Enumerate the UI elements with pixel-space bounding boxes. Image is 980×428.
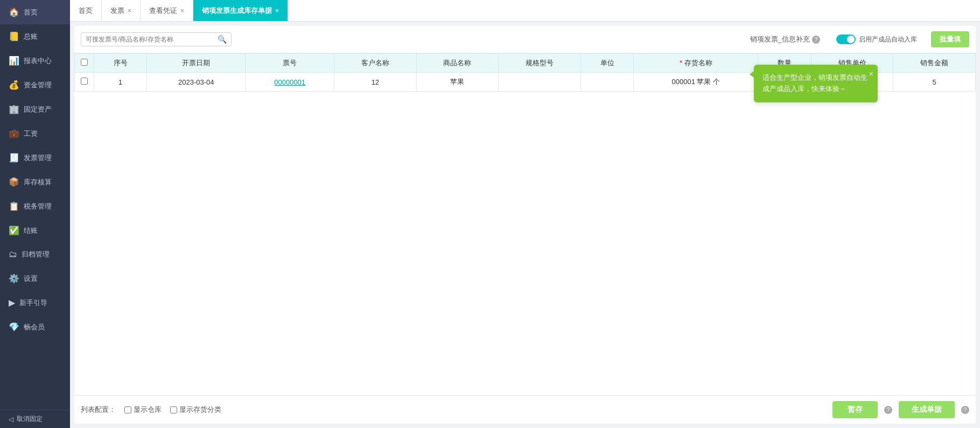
tab-home[interactable]: 首页: [70, 0, 102, 21]
tab-invoice-label: 发票: [110, 6, 124, 16]
tab-create-stock-label: 销项发票生成库存单据: [202, 6, 272, 16]
sidebar-label-home: 首页: [24, 8, 38, 17]
tooltip-text: 适合生产型企业，销项发票自动生成产成品入库，快来体验～: [762, 73, 867, 93]
select-all-checkbox[interactable]: [81, 59, 88, 66]
header-seq: 序号: [94, 54, 147, 73]
settlement-icon: ✅: [9, 225, 19, 236]
info-label-area: 销项发票_信息补充 ?: [750, 34, 820, 44]
info-label-text: 销项发票_信息补充: [750, 34, 810, 44]
tab-voucher-label: 查看凭证: [149, 6, 177, 16]
sidebar-item-fund-mgmt[interactable]: 💰 资金管理: [0, 73, 70, 97]
info-help-icon[interactable]: ?: [812, 36, 820, 44]
header-date: 开票日期: [147, 54, 246, 73]
show-warehouse-option[interactable]: 显示仓库: [124, 405, 162, 415]
tab-voucher-close[interactable]: ×: [180, 7, 184, 15]
row-unit: [580, 73, 633, 92]
sidebar: 🏠 首页 📒 总账 📊 报表中心 💰 资金管理 🏢 固定资产 💼 工资 🧾 发票…: [0, 0, 70, 428]
sidebar-label-ledger: 总账: [24, 32, 38, 42]
payroll-icon: 💼: [9, 128, 19, 139]
row-checkbox[interactable]: [81, 78, 88, 85]
sidebar-label-archive: 归档管理: [22, 250, 50, 259]
toggle-label: 启用产成品自动入库: [859, 35, 917, 44]
sidebar-item-general-ledger[interactable]: 📒 总账: [0, 24, 70, 49]
sidebar-item-home[interactable]: 🏠 首页: [0, 0, 70, 24]
sidebar-item-invoice-mgmt[interactable]: 🧾 发票管理: [0, 146, 70, 170]
save-button[interactable]: 暂存: [832, 401, 878, 418]
tab-invoice[interactable]: 发票 ×: [102, 0, 141, 21]
sidebar-label-settings: 设置: [24, 274, 38, 284]
unpin-label: 取消固定: [17, 415, 43, 424]
sidebar-item-fixed-assets[interactable]: 🏢 固定资产: [0, 97, 70, 121]
row-seq: 1: [94, 73, 147, 92]
row-number[interactable]: 00000001: [246, 73, 334, 92]
row-stock-name[interactable]: 000001 苹果 个: [634, 73, 758, 92]
tab-invoice-close[interactable]: ×: [128, 7, 131, 15]
sidebar-item-vip[interactable]: 💎 畅会员: [0, 315, 70, 339]
bottom-bar: 列表配置： 显示仓库 显示存货分类 暂存 ? 生成单据 ?: [74, 395, 976, 424]
sidebar-label-payroll: 工资: [24, 129, 38, 139]
show-category-label: 显示存货分类: [179, 405, 221, 415]
sidebar-label-vip: 畅会员: [24, 322, 45, 332]
search-box[interactable]: 🔍: [81, 32, 232, 46]
generate-help-icon[interactable]: ?: [961, 406, 969, 414]
invoice-link[interactable]: 00000001: [274, 78, 305, 86]
row-goods: 苹果: [416, 73, 499, 92]
sidebar-item-guide[interactable]: ▶ 新手引导: [0, 291, 70, 315]
header-checkbox-cell[interactable]: [75, 54, 94, 73]
unpin-button[interactable]: ◁ 取消固定: [0, 410, 70, 428]
header-unit: 单位: [580, 54, 633, 73]
save-help-icon[interactable]: ?: [884, 406, 892, 414]
header-goods: 商品名称: [416, 54, 499, 73]
sidebar-label-settlement: 结账: [24, 226, 38, 236]
vip-icon: 💎: [9, 322, 19, 332]
guide-icon: ▶: [9, 298, 15, 308]
sidebar-label-invoice: 发票管理: [24, 153, 52, 163]
sidebar-label-tax: 税务管理: [24, 202, 52, 211]
home-icon: 🏠: [9, 7, 19, 17]
report-icon: 📊: [9, 56, 19, 66]
show-warehouse-checkbox[interactable]: [124, 406, 131, 413]
sidebar-item-report-center[interactable]: 📊 报表中心: [0, 49, 70, 73]
table-container: 序号 开票日期 票号 客户名称 商品名称 规格型号 单位 存货名称 数量 销售单…: [74, 53, 976, 395]
header-stock-name: 存货名称: [634, 54, 758, 73]
sidebar-item-settlement[interactable]: ✅ 结账: [0, 218, 70, 243]
show-category-option[interactable]: 显示存货分类: [170, 405, 221, 415]
sidebar-item-payroll[interactable]: 💼 工资: [0, 121, 70, 146]
auto-stock-toggle[interactable]: [836, 34, 856, 44]
header-spec: 规格型号: [499, 54, 581, 73]
list-config-label: 列表配置：: [81, 405, 116, 415]
tab-create-stock-close[interactable]: ×: [275, 7, 279, 15]
toggle-area: 启用产成品自动入库: [836, 34, 917, 44]
sidebar-item-inventory[interactable]: 📦 库存核算: [0, 170, 70, 194]
inventory-icon: 📦: [9, 177, 19, 187]
tab-create-stock[interactable]: 销项发票生成库存单据 ×: [193, 0, 288, 21]
sidebar-label-inventory: 库存核算: [24, 177, 52, 187]
header-number: 票号: [246, 54, 334, 73]
search-icon: 🔍: [218, 35, 227, 44]
archive-icon: 🗂: [9, 250, 17, 259]
sidebar-item-settings[interactable]: ⚙️ 设置: [0, 266, 70, 291]
row-checkbox-cell[interactable]: [75, 73, 94, 92]
invoice-icon: 🧾: [9, 153, 19, 163]
assets-icon: 🏢: [9, 104, 19, 114]
tooltip-popup: × 适合生产型企业，销项发票自动生成产成品入库，快来体验～: [754, 65, 878, 102]
generate-button[interactable]: 生成单据: [899, 401, 955, 418]
settings-icon: ⚙️: [9, 273, 19, 284]
ledger-icon: 📒: [9, 31, 19, 42]
sidebar-item-archive-mgmt[interactable]: 🗂 归档管理: [0, 243, 70, 266]
batch-fill-button[interactable]: 批量填: [931, 31, 969, 47]
tab-voucher[interactable]: 查看凭证 ×: [141, 0, 193, 21]
sidebar-label-guide: 新手引导: [19, 298, 47, 308]
toolbar: 🔍 销项发票_信息补充 ? 启用产成品自动入库 批量填: [74, 26, 976, 53]
sidebar-label-report: 报表中心: [24, 56, 52, 66]
action-buttons: 暂存 ? 生成单据 ?: [832, 401, 969, 418]
sidebar-label-fund: 资金管理: [24, 80, 52, 90]
tooltip-close-button[interactable]: ×: [869, 68, 873, 80]
show-warehouse-label: 显示仓库: [134, 405, 162, 415]
sidebar-item-tax-mgmt[interactable]: 📋 税务管理: [0, 194, 70, 218]
show-category-checkbox[interactable]: [170, 406, 177, 413]
search-input[interactable]: [86, 36, 218, 43]
tax-icon: 📋: [9, 201, 19, 211]
header-amount: 销售金额: [893, 54, 976, 73]
fund-icon: 💰: [9, 80, 19, 90]
